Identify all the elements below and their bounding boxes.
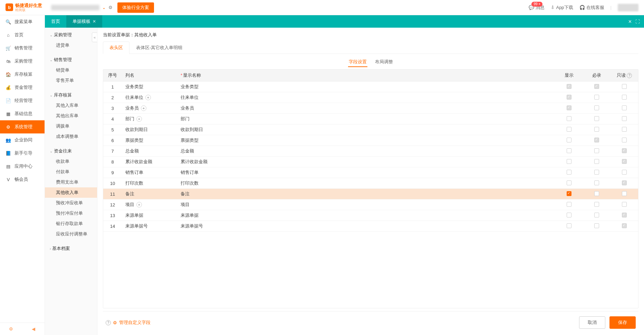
secnav-item[interactable]: 银行存取款单 bbox=[45, 218, 97, 229]
checkbox[interactable] bbox=[622, 127, 627, 132]
plus-icon[interactable]: + bbox=[136, 116, 142, 122]
messages-button[interactable]: 99 + 💬 消息 bbox=[529, 4, 545, 11]
checkbox[interactable] bbox=[567, 127, 571, 132]
cell-display[interactable]: 累计收款金额 bbox=[177, 157, 555, 167]
secnav-item[interactable]: 进货单 bbox=[45, 40, 97, 50]
checkbox[interactable] bbox=[594, 202, 599, 207]
checkbox[interactable] bbox=[567, 138, 571, 142]
checkbox[interactable] bbox=[567, 191, 571, 196]
checkbox[interactable] bbox=[622, 170, 627, 175]
checkbox[interactable] bbox=[594, 213, 599, 217]
secnav-item[interactable]: 零售开单 bbox=[45, 75, 97, 86]
sidebar-item-home[interactable]: ⌂首页 bbox=[0, 28, 45, 41]
cell-display[interactable]: 备注 bbox=[177, 189, 555, 199]
sidebar-item-report[interactable]: 📄经营管理 bbox=[0, 94, 45, 107]
secnav-group[interactable]: ⌄销售管理 bbox=[45, 55, 97, 65]
secnav-item[interactable]: 其他出库单 bbox=[45, 111, 97, 121]
online-service-button[interactable]: 🎧 在线客服 bbox=[579, 4, 604, 11]
cell-display[interactable]: 票据类型 bbox=[177, 135, 555, 146]
tab[interactable]: 单据模板✕ bbox=[66, 15, 102, 28]
checkbox[interactable] bbox=[567, 170, 571, 175]
sidebar-item-team[interactable]: 👥企业协同 bbox=[0, 133, 45, 147]
sidebar-collapse-icon[interactable]: ◀ bbox=[22, 323, 45, 335]
secnav-group[interactable]: ⌄库存核算 bbox=[45, 90, 97, 100]
cell-display[interactable]: 总金额 bbox=[177, 146, 555, 157]
user-avatar[interactable] bbox=[618, 4, 638, 11]
secnav-group[interactable]: ⌄采购管理 bbox=[45, 30, 97, 40]
save-button[interactable]: 保存 bbox=[609, 316, 636, 329]
checkbox[interactable] bbox=[567, 159, 571, 164]
panel-tab[interactable]: 表头区 bbox=[103, 41, 129, 54]
tab-close-all-icon[interactable]: ✕ bbox=[628, 19, 632, 24]
checkbox[interactable] bbox=[594, 105, 599, 110]
secnav-collapse-icon[interactable]: « bbox=[92, 32, 97, 42]
checkbox[interactable] bbox=[567, 202, 571, 207]
secnav-item[interactable]: 销货单 bbox=[45, 65, 97, 75]
checkbox[interactable] bbox=[567, 213, 571, 217]
sidebar-settings-icon[interactable]: ⚙ bbox=[0, 323, 22, 335]
checkbox[interactable] bbox=[622, 138, 627, 142]
fullscreen-icon[interactable]: ⛶ bbox=[635, 19, 640, 24]
close-icon[interactable]: ✕ bbox=[93, 19, 96, 24]
cell-display[interactable]: 来源单据 bbox=[177, 210, 555, 221]
sidebar-item-money[interactable]: 💰资金管理 bbox=[0, 81, 45, 94]
sidebar-item-search[interactable]: 🔍搜索菜单 bbox=[0, 15, 45, 28]
checkbox[interactable] bbox=[622, 116, 627, 121]
cancel-button[interactable]: 取消 bbox=[579, 316, 605, 329]
sub-tab[interactable]: 布局调整 bbox=[374, 57, 394, 67]
sidebar-item-vip[interactable]: V畅会员 bbox=[0, 173, 45, 186]
industry-plan-button[interactable]: 体验行业方案 bbox=[117, 2, 154, 13]
checkbox[interactable] bbox=[567, 148, 571, 153]
secnav-item[interactable]: 预收冲应收单 bbox=[45, 198, 97, 208]
logo[interactable]: b 畅捷通好生意 精简版 bbox=[6, 3, 46, 12]
sidebar-item-guide[interactable]: 📘新手引导 bbox=[0, 147, 45, 160]
checkbox[interactable] bbox=[594, 180, 599, 185]
secnav-item[interactable]: 收款单 bbox=[45, 156, 97, 167]
checkbox[interactable] bbox=[594, 223, 599, 228]
checkbox[interactable] bbox=[594, 95, 599, 100]
cell-display[interactable]: 来源单据号 bbox=[177, 221, 555, 232]
secnav-group[interactable]: ⌄资金往来 bbox=[45, 146, 97, 156]
cell-display[interactable]: 往来单位 bbox=[177, 92, 555, 103]
manage-custom-fields-link[interactable]: 管理自定义字段 bbox=[119, 319, 151, 326]
checkbox[interactable] bbox=[594, 159, 599, 164]
checkbox[interactable] bbox=[567, 180, 571, 185]
sidebar-item-apps[interactable]: ▤应用中心 bbox=[0, 160, 45, 173]
cell-display[interactable]: 打印次数 bbox=[177, 178, 555, 189]
checkbox[interactable] bbox=[622, 191, 627, 196]
cell-display[interactable]: 收款到期日 bbox=[177, 124, 555, 135]
checkbox[interactable] bbox=[567, 223, 571, 228]
company-selector[interactable]: ⌄ bbox=[51, 5, 106, 10]
help-icon[interactable]: ? bbox=[106, 320, 111, 325]
cell-display[interactable]: 销售订单 bbox=[177, 167, 555, 178]
secnav-item[interactable]: 预付冲应付单 bbox=[45, 208, 97, 218]
sidebar-item-bag[interactable]: 🛍采购管理 bbox=[0, 55, 45, 68]
secnav-item[interactable]: 费用支出单 bbox=[45, 177, 97, 187]
plus-icon[interactable]: + bbox=[136, 202, 142, 207]
checkbox[interactable] bbox=[622, 105, 627, 110]
checkbox[interactable] bbox=[594, 191, 599, 196]
sub-tab[interactable]: 字段设置 bbox=[348, 57, 367, 67]
checkbox[interactable] bbox=[622, 84, 627, 89]
help-icon[interactable]: ? bbox=[627, 73, 632, 78]
secnav-item[interactable]: 其他收入单 bbox=[45, 187, 97, 198]
app-download-button[interactable]: ⇩ App下载 bbox=[551, 4, 573, 11]
sidebar-item-cart[interactable]: 🛒销售管理 bbox=[0, 41, 45, 55]
checkbox[interactable] bbox=[594, 148, 599, 153]
settings-icon[interactable]: ⚙ bbox=[108, 5, 113, 10]
secnav-item[interactable]: 成本调整单 bbox=[45, 131, 97, 142]
cell-display[interactable]: 业务员 bbox=[177, 103, 555, 114]
panel-tab[interactable]: 表体区-其它收入单明细 bbox=[129, 41, 189, 54]
plus-icon[interactable]: + bbox=[141, 105, 146, 111]
checkbox[interactable] bbox=[622, 202, 627, 207]
secnav-item[interactable]: 其他入库单 bbox=[45, 100, 97, 111]
plus-icon[interactable]: + bbox=[145, 95, 151, 100]
secnav-group[interactable]: ›基本档案 bbox=[45, 243, 97, 254]
checkbox[interactable] bbox=[594, 127, 599, 132]
secnav-item[interactable]: 付款单 bbox=[45, 167, 97, 177]
checkbox[interactable] bbox=[622, 95, 627, 100]
cell-display[interactable]: 部门 bbox=[177, 114, 555, 124]
tab[interactable]: 首页 bbox=[45, 15, 66, 28]
sidebar-item-cube[interactable]: ▦基础信息 bbox=[0, 107, 45, 120]
cell-display[interactable]: 项目 bbox=[177, 199, 555, 210]
